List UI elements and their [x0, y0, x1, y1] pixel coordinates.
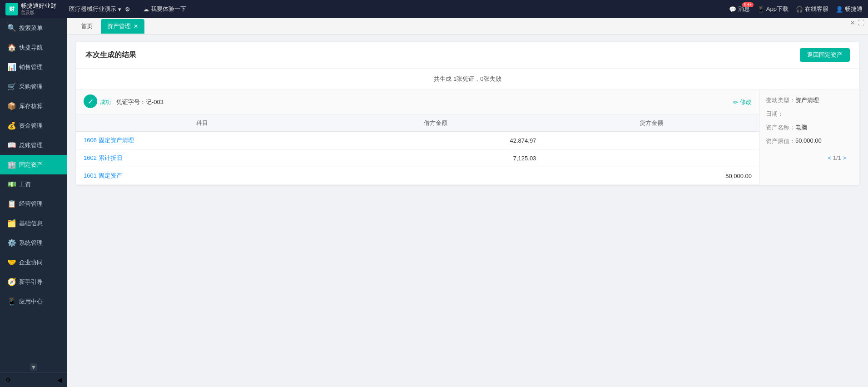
th-debit: 借方金额	[328, 115, 544, 132]
dropdown-icon: ▾	[118, 6, 121, 13]
sidebar-item-quick-nav[interactable]: 🏠 快捷导航	[0, 38, 67, 57]
success-circle: ✓	[84, 94, 97, 108]
sidebar-label-search: 搜索菜单	[19, 24, 43, 32]
sidebar-label-sys-mgmt: 系统管理	[19, 239, 43, 247]
credit-cell	[543, 149, 759, 167]
sidebar-item-sys-mgmt[interactable]: ⚙️ 系统管理	[0, 233, 67, 253]
scroll-down-arrow[interactable]: ▼	[30, 363, 37, 371]
page-title: 本次生成的结果	[85, 50, 136, 60]
logo-text-block: 畅捷通好业财 普及版	[21, 2, 56, 16]
settings-icon[interactable]: ⚙	[125, 6, 130, 13]
sidebar-label-payroll: 工资	[19, 180, 31, 189]
sidebar-item-base-info[interactable]: 🗂️ 基础信息	[0, 213, 67, 233]
expand-panel-button[interactable]: ⛶	[858, 19, 864, 26]
sidebar-item-purchase[interactable]: 🛒 采购管理	[0, 77, 67, 96]
sidebar-scroll[interactable]: 🔍 搜索菜单 🏠 快捷导航 📊 销售管理 🛒 采购管理 📦 库存核算 💰	[0, 18, 67, 362]
logo-icon: 财	[5, 3, 18, 15]
date-label: 日期：	[766, 110, 793, 118]
download-icon: 📱	[757, 6, 764, 13]
table-row: 1606 固定资产清理42,874.97	[76, 132, 759, 149]
debit-cell: 7,125.03	[328, 149, 544, 167]
app-center-icon: 📱	[7, 297, 15, 306]
panel-top-icons: ✕ ⛶	[850, 19, 864, 26]
prev-page-button[interactable]: <	[828, 154, 832, 161]
table-row: 1602 累计折旧7,125.03	[76, 149, 759, 167]
sidebar-label-quick-nav: 快捷导航	[19, 44, 43, 52]
fixed-assets-icon: 🏢	[7, 160, 15, 169]
table-row: 1601 固定资产50,000.00	[76, 167, 759, 185]
th-credit: 贷方金额	[543, 115, 759, 132]
debit-cell: 42,874.97	[328, 132, 544, 149]
page-content: 本次生成的结果 返回固定资产 共生成 1张凭证，0张失败 ✓	[67, 35, 868, 387]
sidebar-item-search[interactable]: 🔍 搜索菜单	[0, 18, 67, 38]
credit-cell	[543, 132, 759, 149]
sidebar-label-guide: 新手引导	[19, 278, 43, 286]
finance-icon: 💰	[7, 121, 15, 130]
main-layout: 🔍 搜索菜单 🏠 快捷导航 📊 销售管理 🛒 采购管理 📦 库存核算 💰	[0, 18, 868, 387]
sidebar-item-enterprise[interactable]: 🤝 企业协同	[0, 253, 67, 272]
original-val-row: 资产原值： 50,000.00	[766, 137, 853, 145]
tab-asset-mgmt[interactable]: 资产管理 ✕	[101, 19, 144, 34]
sidebar-label-ledger: 总账管理	[19, 141, 43, 149]
sidebar-item-inventory[interactable]: 📦 库存核算	[0, 96, 67, 116]
sidebar-item-finance[interactable]: 💰 资金管理	[0, 116, 67, 135]
sidebar-item-fixed-assets[interactable]: 🏢 固定资产	[0, 155, 67, 174]
sidebar-label-base-info: 基础信息	[19, 219, 43, 228]
experience-label: 我要体验一下	[151, 5, 186, 13]
voucher-header-row: ✓ 成功 凭证字号：记-003 ✏ 修改	[76, 90, 759, 115]
sidebar-collapse-icon[interactable]: ◀	[57, 377, 62, 383]
sidebar-item-app-center[interactable]: 📱 应用中心	[0, 292, 67, 311]
online-service-button[interactable]: 🎧 在线客服	[796, 5, 828, 13]
page-info: 1/1	[833, 154, 843, 161]
company-name: 医疗器械行业演示	[69, 5, 116, 13]
sidebar-item-sales[interactable]: 📊 销售管理	[0, 57, 67, 77]
tab-close-icon[interactable]: ✕	[134, 23, 138, 30]
sidebar-item-payroll[interactable]: 💵 工资	[0, 174, 67, 194]
edit-icon: ✏	[733, 99, 738, 106]
sidebar-settings-icon[interactable]: ⚙	[5, 377, 11, 383]
return-button[interactable]: 返回固定资产	[800, 48, 850, 62]
service-icon: 🎧	[796, 6, 803, 13]
sidebar-label-operations: 经营管理	[19, 200, 43, 208]
sidebar-item-operations[interactable]: 📋 经营管理	[0, 194, 67, 213]
search-icon: 🔍	[7, 24, 15, 32]
header-right: 💬 消息 99+ 📱 App下载 🎧 在线客服 👤 畅捷通	[729, 5, 863, 13]
voucher-main: ✓ 成功 凭证字号：记-003 ✏ 修改	[76, 90, 759, 185]
sidebar-label-fixed-assets: 固定资产	[19, 161, 43, 169]
result-summary: 共生成 1张凭证，0张失败	[76, 69, 859, 90]
top-header: 财 畅捷通好业财 普及版 医疗器械行业演示 ▾ ⚙ ☁ 我要体验一下 💬 消息 …	[0, 0, 868, 18]
sales-icon: 📊	[7, 63, 15, 71]
change-type-val: 资产清理	[795, 96, 819, 104]
pagination: < 1/1 >	[766, 151, 853, 163]
operations-icon: 📋	[7, 199, 15, 208]
app-download-label: App下载	[766, 5, 789, 13]
app-download-button[interactable]: 📱 App下载	[757, 5, 789, 13]
sidebar-label-enterprise: 企业协同	[19, 258, 43, 267]
sidebar-scrollbar-area: ▼	[0, 362, 67, 372]
content-area: 首页 资产管理 ✕ 本次生成的结果 返回固定资产 共生成 1张凭证，0张失败	[67, 18, 868, 387]
cloud-icon: ☁	[143, 6, 149, 13]
sidebar-label-sales: 销售管理	[19, 63, 43, 71]
sidebar-item-guide[interactable]: 🧭 新手引导	[0, 272, 67, 292]
sidebar-item-ledger[interactable]: 📖 总账管理	[0, 135, 67, 155]
subject-link[interactable]: 1602 累计折旧	[84, 154, 122, 161]
success-mark: ✓ 成功	[84, 94, 111, 110]
subject-link[interactable]: 1606 固定资产清理	[84, 137, 134, 144]
voucher-no: 凭证字号：记-003	[116, 98, 164, 106]
tab-home[interactable]: 首页	[74, 19, 99, 34]
experience-button[interactable]: ☁ 我要体验一下	[143, 5, 186, 13]
change-type-label: 变动类型：	[766, 96, 795, 104]
tab-home-label: 首页	[81, 22, 93, 30]
result-panel: 本次生成的结果 返回固定资产 共生成 1张凭证，0张失败 ✓	[76, 42, 859, 185]
company-selector[interactable]: 医疗器械行业演示 ▾	[69, 5, 121, 13]
user-button[interactable]: 👤 畅捷通	[836, 5, 863, 13]
success-text: 成功	[100, 99, 111, 106]
close-panel-button[interactable]: ✕	[850, 19, 855, 26]
edit-button[interactable]: ✏ 修改	[733, 98, 752, 106]
sidebar-label-finance: 资金管理	[19, 122, 43, 130]
next-page-button[interactable]: >	[843, 154, 846, 161]
messages-button[interactable]: 💬 消息 99+	[729, 5, 750, 13]
message-icon: 💬	[729, 6, 736, 13]
tabs-bar: 首页 资产管理 ✕	[67, 18, 868, 35]
subject-link[interactable]: 1601 固定资产	[84, 172, 122, 179]
